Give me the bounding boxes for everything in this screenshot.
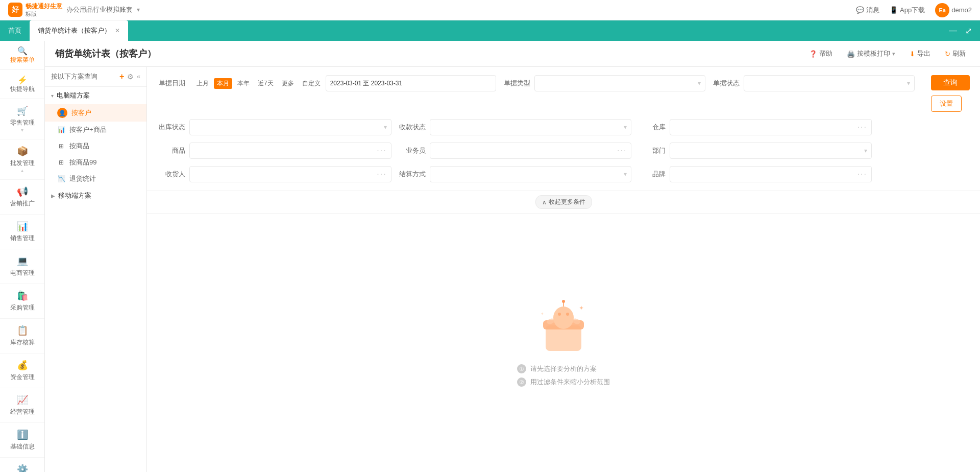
date-tab-last-7[interactable]: 近7天 [255,78,277,89]
date-tab-this-year[interactable]: 本年 [234,78,253,89]
scheme-item-by-customer[interactable]: 👤 按客户 [45,104,146,122]
scheme-item-return-stats[interactable]: 📉 退货统计 [45,171,146,187]
warehouse-control[interactable]: ··· [670,119,872,135]
scheme-panel-header: 按以下方案查询 + ⚙ « [45,67,146,87]
date-label: 单据日期 [157,79,185,88]
search-icon: 🔍 [4,46,40,56]
phone-icon: 📱 [890,6,898,14]
filter-row-4: 收货人 ··· 结算方式 ▾ [157,166,970,182]
message-icon: 💬 [856,6,864,14]
tab-bar: 首页 销货单统计表（按客户） ✕ — ⤢ [0,20,980,41]
hint-num-1: ① [517,364,526,373]
help-button[interactable]: ❓ 帮助 [805,47,837,60]
scheme-panel-icons: + ⚙ « [119,72,140,81]
doc-status-control[interactable]: ▾ [744,75,915,91]
top-bar-title: 办公用品行业模拟账套 [66,5,133,14]
export-button[interactable]: ⬇ 导出 [905,47,935,60]
brand-control[interactable]: ··· [670,166,872,182]
dept-control[interactable]: ▾ [670,143,872,159]
date-tab-this-month[interactable]: 本月 [214,78,232,89]
settle-method-label: 结算方式 [398,170,426,179]
empty-hints: ① 请先选择要分析的方案 ② 用过滤条件来缩小分析范围 [517,364,610,391]
app-download-button[interactable]: 📱 App下载 [890,6,925,15]
payment-status-filter: 收款状态 ▾ [398,119,632,135]
staff-label: 业务员 [398,146,426,155]
user-area[interactable]: Ea demo2 [935,3,972,17]
filter-row-3: 商品 ··· 业务员 ··· [157,143,970,159]
wholesale-icon: 📦 [17,146,28,157]
hint-num-2: ② [517,377,526,387]
scheme-add-button[interactable]: + [119,72,124,81]
sidebar-item-inventory[interactable]: 📋 库存核算 [0,319,44,353]
scheme-item-by-product-99[interactable]: ⊞ 按商品99 [45,154,146,171]
scheme-settings-button[interactable]: ⚙ [127,73,134,81]
sidebar-item-sales-mgmt[interactable]: 📊 销售管理 [0,215,44,249]
sidebar-item-wholesale[interactable]: 📦 批发管理 ▴ [0,139,44,180]
collapse-up-icon: ∧ [542,199,547,206]
tab-sales-summary[interactable]: 销货单统计表（按客户） ✕ [30,20,128,41]
purchase-icon: 🛍️ [17,290,28,301]
sidebar-item-marketing[interactable]: 📢 营销推广 [0,180,44,215]
message-button[interactable]: 💬 消息 [856,6,879,15]
home-tab-label: 首页 [8,26,21,35]
out-status-control[interactable]: ▾ [189,119,391,135]
scheme-group-desktop-title[interactable]: ▾ 电脑端方案 [45,87,146,104]
payment-status-dropdown-icon: ▾ [624,124,627,131]
sidebar-search[interactable]: 🔍 搜索菜单 [0,41,44,70]
settle-method-dropdown-icon: ▾ [624,171,627,178]
nav-icon: ⚡ [4,75,40,85]
scheme-group-mobile-title[interactable]: ▶ 移动端方案 [45,187,146,204]
date-tab-custom[interactable]: 自定义 [299,78,324,89]
query-button[interactable]: 查询 [931,75,970,90]
settings-button[interactable]: 设置 [931,96,962,112]
tab-close-icon[interactable]: ✕ [115,27,120,34]
doc-type-dropdown-icon: ▾ [698,80,701,87]
sidebar-item-finance[interactable]: 💰 资金管理 [0,353,44,388]
brand-label: 品牌 [638,170,666,179]
dropdown-icon[interactable]: ▾ [137,6,140,13]
warehouse-filter: 仓库 ··· [638,119,872,135]
date-range-control[interactable]: 2023-03-01 至 2023-03-31 [326,75,496,91]
staff-filter: 业务员 ··· [398,143,632,159]
tab-maximize-button[interactable]: ⤢ [963,24,974,38]
sidebar-item-ecommerce[interactable]: 💻 电商管理 [0,249,44,284]
sidebar-quick-nav[interactable]: ⚡ 快捷导航 [0,70,44,99]
receiver-filter: 收货人 ··· [157,166,391,182]
doc-type-label: 单据类型 [502,79,530,88]
out-status-dropdown-icon: ▾ [384,124,387,131]
doc-type-control[interactable]: ▾ [534,75,705,91]
tab-home[interactable]: 首页 [0,20,30,41]
marketing-icon: 📢 [17,186,28,197]
refresh-icon: ↻ [945,50,950,58]
staff-control[interactable]: ··· [430,143,632,159]
date-tab-last-month[interactable]: 上月 [193,78,212,89]
sidebar-item-purchase[interactable]: 🛍️ 采购管理 [0,284,44,319]
template-print-button[interactable]: 🖨️ 按模板打印 ▾ [843,47,899,60]
page-title: 销货单统计表（按客户） [55,48,156,66]
scheme-item-by-customer-product[interactable]: 📊 按客户+商品 [45,122,146,138]
top-bar: 好 畅捷通好生意 标版 办公用品行业模拟账套 ▾ 💬 消息 📱 App下载 Ea [0,0,980,20]
scheme-product-icon-2: ⊞ [57,158,65,167]
sidebar-item-retail[interactable]: 🛒 零售管理 ▾ [0,99,44,139]
sidebar-item-operation[interactable]: 📈 经营管理 [0,388,44,423]
page-header: 销货单统计表（按客户） ❓ 帮助 🖨️ 按模板打印 ▾ ⬇ 导出 [45,41,980,67]
basic-icon: ℹ️ [17,429,28,440]
date-tab-more[interactable]: 更多 [279,78,297,89]
goods-control[interactable]: ··· [189,143,391,159]
payment-status-control[interactable]: ▾ [430,119,632,135]
tab-minimize-button[interactable]: — [947,24,959,37]
scheme-collapse-button[interactable]: « [137,73,140,80]
receiver-label: 收货人 [157,170,185,179]
receiver-control[interactable]: ··· [189,166,391,182]
active-indicator: 👤 [57,108,67,118]
sidebar-item-basic[interactable]: ℹ️ 基础信息 [0,423,44,458]
refresh-button[interactable]: ↻ 刷新 [941,47,970,60]
scheme-item-by-product[interactable]: ⊞ 按商品 [45,138,146,154]
collapse-button[interactable]: ∧ 收起更多条件 [535,195,592,209]
settle-method-control[interactable]: ▾ [430,166,632,182]
filter-row-2: 出库状态 ▾ 收款状态 ▾ [157,119,970,135]
brand-dots: ··· [857,170,867,179]
export-icon: ⬇ [910,50,915,58]
svg-text:✦: ✦ [579,304,584,312]
sidebar-item-system[interactable]: ⚙️ 系统管理 [0,458,44,472]
